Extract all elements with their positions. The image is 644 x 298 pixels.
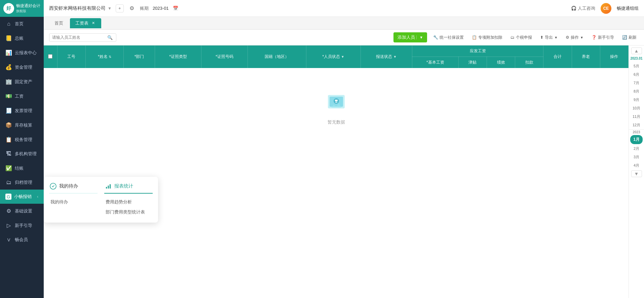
th-number: 工号 <box>57 45 85 68</box>
sidebar-item-settlement[interactable]: ✅ 结账 <box>0 161 44 175</box>
th-report-status[interactable]: 报送状态 ▼ <box>361 45 412 68</box>
social-security-button[interactable]: 🔧 统一社保设置 <box>431 33 466 42</box>
service-button[interactable]: 🎧 人工咨询 <box>571 5 595 11</box>
tab-home[interactable]: 首页 <box>49 18 69 28</box>
add-person-button[interactable]: 添加人员 ▼ <box>393 32 427 42</box>
funds-icon: 💰 <box>5 64 12 70</box>
sidebar-item-funds[interactable]: 💰 资金管理 <box>0 60 44 74</box>
th-action: 操作 <box>600 45 628 68</box>
timeline-mar[interactable]: 3月 <box>629 153 644 161</box>
add-company-button[interactable]: + <box>116 4 124 12</box>
personal-tax-button[interactable]: 🗂 个税申报 <box>508 33 534 42</box>
sidebar-item-inventory[interactable]: 📦 库存核算 <box>0 118 44 132</box>
sidebar-item-vip[interactable]: V 畅会员 <box>0 233 44 247</box>
content-area: 🔍 添加人员 ▼ 🔧 统一社保设置 📋 专项附加扣除 🗂 个税申报 <box>44 30 644 298</box>
svg-rect-10 <box>110 184 111 189</box>
svg-rect-8 <box>106 187 107 189</box>
popup-reports-title: 报表统计 <box>114 183 133 189</box>
svg-rect-4 <box>335 101 337 102</box>
timeline-jul[interactable]: 7月 <box>629 79 644 87</box>
header-right: 🎧 人工咨询 CE 畅捷通组组 <box>571 3 639 14</box>
sidebar-label-multi: 多机构管理 <box>15 151 37 157</box>
user-name[interactable]: 畅捷通组组 <box>617 5 639 11</box>
reports-popup-icon <box>104 182 112 190</box>
th-total: 合计 <box>543 45 572 68</box>
sidebar-item-tax[interactable]: 📋 税务管理 <box>0 132 44 147</box>
timeline-jan-current[interactable]: 1月 <box>630 135 643 144</box>
operation-label: 操作 <box>571 35 579 40</box>
tax-icon: 📋 <box>5 136 12 143</box>
toolbar: 🔍 添加人员 ▼ 🔧 统一社保设置 📋 专项附加扣除 🗂 个税申报 <box>44 30 644 45</box>
company-selector[interactable]: 西安虾米网络科技有限公司 ▼ <box>49 5 112 11</box>
timeline-apr[interactable]: 4月 <box>629 161 644 170</box>
export-button[interactable]: ⬆ 导出 ▼ <box>538 33 560 42</box>
tab-salary[interactable]: 工资表 ✕ <box>70 18 101 28</box>
timeline-sep[interactable]: 9月 <box>629 96 644 104</box>
popup-reports-item-1[interactable]: 费用趋势分析 <box>104 197 153 207</box>
sidebar-item-reports[interactable]: 📊 云报表中心 <box>0 45 44 60</box>
search-box[interactable]: 🔍 <box>49 33 116 42</box>
refresh-button[interactable]: 🔄 刷新 <box>620 33 639 42</box>
refresh-label: 刷新 <box>629 35 637 40</box>
select-all-checkbox[interactable] <box>48 54 52 59</box>
export-icon: ⬆ <box>540 35 543 40</box>
timeline-jun[interactable]: 6月 <box>629 70 644 79</box>
sidebar-item-home[interactable]: ⌂ 首页 <box>0 17 44 31</box>
logo-text-block: 畅捷通好会计 旗舰版 <box>16 3 40 13</box>
calendar-icon[interactable]: 📅 <box>173 6 178 11</box>
timeline-nov[interactable]: 11月 <box>629 112 644 121</box>
sidebar-item-ledger[interactable]: 📒 总账 <box>0 31 44 45</box>
sidebar-collapse-icon: ‹ <box>37 194 38 199</box>
search-icon: 🔍 <box>107 35 113 40</box>
timeline-may[interactable]: 5月 <box>629 62 644 70</box>
export-label: 导出 <box>545 35 553 40</box>
multi-icon: 🏗 <box>5 151 12 157</box>
timeline-dec[interactable]: 12月 <box>629 121 644 129</box>
popup-menu: 我的待办 我的待办 <box>44 177 158 223</box>
popup-reports-item-2[interactable]: 部门费用类型统计表 <box>104 207 153 217</box>
tax-deduction-button[interactable]: 📋 专项附加扣除 <box>470 33 504 42</box>
popup-todo-item-1[interactable]: 我的待办 <box>49 197 98 207</box>
new-guide-label: 新手引导 <box>598 35 614 40</box>
timeline-down-button[interactable]: ▼ <box>631 170 642 177</box>
search-input[interactable] <box>52 35 106 40</box>
timeline-up-button[interactable]: ▲ <box>631 47 642 54</box>
timeline-oct[interactable]: 10月 <box>629 104 644 112</box>
popup-reports-header[interactable]: 报表统计 <box>104 182 153 194</box>
sidebar-item-guide[interactable]: ▷ 新手引导 <box>0 218 44 233</box>
sidebar-item-salary[interactable]: 💵 工资 <box>0 89 44 103</box>
sidebar-label-basic: 基础设置 <box>15 208 32 214</box>
headset-icon: 🎧 <box>571 6 576 11</box>
new-guide-icon: ❓ <box>592 35 597 40</box>
tax-deduction-label: 专项附加扣除 <box>478 35 502 40</box>
toolbar-right: 添加人员 ▼ 🔧 统一社保设置 📋 专项附加扣除 🗂 个税申报 ⬆ 导 <box>393 32 639 42</box>
settings-icon[interactable]: ⚙ <box>128 4 136 12</box>
sidebar-label-vip: 畅会员 <box>15 237 28 243</box>
operation-button[interactable]: ⚙ 操作 ▼ <box>564 33 585 42</box>
add-person-label: 添加人员 <box>397 34 415 40</box>
sidebar-item-xiaochang[interactable]: G 小畅报销 ‹ <box>0 190 44 204</box>
data-table: 工号 *姓名 ⇅ *部门 *证照类型 *证照号码 <box>44 45 629 68</box>
new-guide-button[interactable]: ❓ 新手引导 <box>590 33 616 42</box>
th-salary-group: 应发工资 <box>412 45 543 57</box>
th-checkbox[interactable] <box>44 45 57 68</box>
sidebar-item-archive[interactable]: 🗂 归档管理 <box>0 175 44 190</box>
sidebar-item-multi[interactable]: 🏗 多机构管理 <box>0 147 44 161</box>
avatar-initials: CE <box>603 6 609 11</box>
app-sub: 旗舰版 <box>16 9 40 13</box>
sidebar-label-reports: 云报表中心 <box>15 50 37 56</box>
assets-icon: 🏢 <box>5 78 12 85</box>
timeline-feb[interactable]: 2月 <box>629 144 644 153</box>
popup-todo-header[interactable]: 我的待办 <box>49 182 98 194</box>
timeline-aug[interactable]: 8月 <box>629 87 644 96</box>
inventory-icon: 📦 <box>5 122 12 128</box>
th-status[interactable]: *人员状态 ▼ <box>306 45 361 68</box>
tab-close-icon[interactable]: ✕ <box>90 21 96 26</box>
ledger-icon: 📒 <box>5 35 12 41</box>
th-name[interactable]: *姓名 ⇅ <box>85 45 124 68</box>
svg-rect-3 <box>335 100 338 101</box>
sidebar-item-basic[interactable]: ⚙ 基础设置 <box>0 204 44 218</box>
sidebar-item-invoice[interactable]: 🧾 发票管理 <box>0 103 44 118</box>
sidebar-label-tax: 税务管理 <box>15 137 32 143</box>
sidebar-item-assets[interactable]: 🏢 固定资产 <box>0 74 44 89</box>
